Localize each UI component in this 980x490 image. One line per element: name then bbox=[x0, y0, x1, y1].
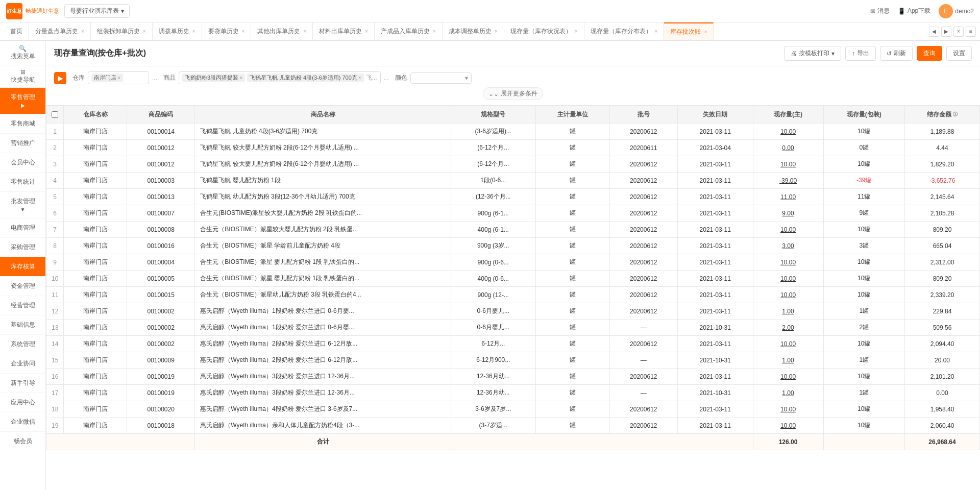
row-qty-pkg: 10罐 bbox=[823, 287, 904, 303]
sidebar-item-ecommerce[interactable]: 电商管理 bbox=[0, 218, 45, 238]
sidebar-item-retail-mall[interactable]: 零售商城 bbox=[0, 114, 45, 134]
sidebar-item-marketing[interactable]: 营销推广 bbox=[0, 134, 45, 153]
sidebar-item-basic[interactable]: 基础信息 bbox=[0, 315, 45, 335]
product-tag-1-remove[interactable]: × bbox=[358, 75, 361, 81]
tab-transfer-close[interactable]: × bbox=[192, 29, 195, 34]
tab-disassemble-close[interactable]: × bbox=[143, 29, 146, 34]
tab-home[interactable]: 首页 bbox=[4, 22, 29, 41]
expand-button[interactable]: ⌄⌄ 展开更多条件 bbox=[483, 87, 543, 100]
tab-requisition-close[interactable]: × bbox=[242, 29, 245, 34]
row-qty[interactable]: 9.00 bbox=[753, 205, 823, 222]
row-unit: 罐 bbox=[535, 173, 609, 189]
tab-partial-inventory[interactable]: 分量盘点单历史 × bbox=[29, 22, 91, 41]
product-filter-more[interactable]: 飞... bbox=[366, 74, 377, 82]
sidebar-item-inventory[interactable]: 库存核算 bbox=[0, 257, 45, 277]
tab-material-out-close[interactable]: × bbox=[365, 29, 368, 34]
tab-stock-status[interactable]: 现存量（库存状况表） × bbox=[504, 22, 584, 41]
tab-partial-inventory-close[interactable]: × bbox=[81, 29, 84, 34]
workspace-selector[interactable]: 母婴行业演示库表 ▾ bbox=[64, 4, 130, 18]
user-menu[interactable]: E demo2 bbox=[939, 4, 974, 18]
row-qty[interactable]: 10.00 bbox=[753, 287, 823, 303]
row-qty[interactable]: 10.00 bbox=[753, 271, 823, 287]
warehouse-filter-input[interactable]: 南岸门店 × bbox=[88, 71, 149, 84]
product-filter-input[interactable]: 飞鹤奶粉3段丙搭提装 × 飞鹤星飞帆 儿童奶粉 4段(3-6岁适用) 700克 … bbox=[179, 71, 381, 84]
tab-material-out[interactable]: 材料出库单历史 × bbox=[313, 22, 375, 41]
row-qty[interactable]: -39.00 bbox=[753, 173, 823, 189]
amount-info-icon[interactable]: ① bbox=[952, 111, 958, 118]
search-icon: 🔍 bbox=[3, 45, 42, 52]
tab-disassemble[interactable]: 组装拆卸单历史 × bbox=[91, 22, 153, 41]
tab-batch-adjust-close[interactable]: × bbox=[704, 29, 707, 35]
row-batch: 20200612 bbox=[609, 124, 677, 140]
total-label: 合计 bbox=[195, 434, 451, 450]
sidebar-item-new-guide[interactable]: 新手引导 bbox=[0, 374, 45, 393]
tab-product-in[interactable]: 产成品入库单历史 × bbox=[375, 22, 443, 41]
tab-other-out-close[interactable]: × bbox=[303, 29, 306, 34]
sidebar-item-system[interactable]: 系统管理 bbox=[0, 335, 45, 354]
sidebar-item-app-center[interactable]: 应用中心 bbox=[0, 393, 45, 412]
sidebar-item-enterprise-wechat[interactable]: 企业微信 bbox=[0, 412, 45, 432]
table-row: 2 南岸门店 00100012 飞鹤星飞帆 较大婴儿配方奶粉 2段(6-12个月… bbox=[46, 140, 980, 156]
row-qty[interactable]: 3.00 bbox=[753, 238, 823, 254]
sidebar-item-member[interactable]: 会员中心 bbox=[0, 153, 45, 173]
color-filter-dropdown[interactable]: ▾ bbox=[410, 72, 472, 84]
row-qty[interactable]: 10.00 bbox=[753, 336, 823, 352]
row-name: 惠氏启醇（Wyeth illuma）2段奶粉 爱尔兰进口 6-12月敌... bbox=[195, 352, 451, 369]
tab-transfer[interactable]: 调拨单历史 × bbox=[153, 22, 202, 41]
sidebar-search[interactable]: 🔍 搜索英单 bbox=[0, 41, 45, 65]
filter-expand-arrow[interactable]: ▶ bbox=[54, 72, 66, 84]
row-qty[interactable]: 10.00 bbox=[753, 254, 823, 271]
tab-cost-adjust[interactable]: 成本调整单历史 × bbox=[443, 22, 504, 41]
tab-nav-menu[interactable]: ≡ bbox=[966, 27, 976, 37]
row-qty[interactable]: 10.00 bbox=[753, 401, 823, 418]
product-tag-0-remove[interactable]: × bbox=[239, 75, 242, 81]
row-qty[interactable]: 10.00 bbox=[753, 156, 823, 173]
warehouse-tag-remove[interactable]: × bbox=[117, 75, 120, 81]
select-all-checkbox[interactable] bbox=[52, 111, 58, 118]
app-download-button[interactable]: 📱 App下载 bbox=[898, 7, 930, 15]
sidebar-item-operations[interactable]: 经营管理 bbox=[0, 296, 45, 315]
sidebar-item-wholesale[interactable]: 批发管理 ▼ bbox=[0, 192, 45, 218]
row-qty[interactable]: 1.00 bbox=[753, 352, 823, 369]
tab-nav-right[interactable]: ▶ bbox=[941, 27, 951, 37]
refresh-button[interactable]: ↺ 刷新 bbox=[880, 46, 913, 61]
print-button[interactable]: 🖨 按模板打印 ▾ bbox=[784, 46, 841, 61]
query-button[interactable]: 查询 bbox=[917, 46, 942, 61]
tab-cost-adjust-close[interactable]: × bbox=[495, 29, 498, 34]
sidebar-item-finance[interactable]: 资金管理 bbox=[0, 277, 45, 296]
warehouse-filter-more[interactable]: ... bbox=[152, 75, 157, 82]
product-filter-ellipsis[interactable]: ... bbox=[384, 75, 389, 82]
tab-batch-adjust[interactable]: 库存批次账 × bbox=[664, 22, 714, 41]
tab-product-in-close[interactable]: × bbox=[433, 29, 436, 34]
sidebar-item-retail-stats[interactable]: 零售统计 bbox=[0, 173, 45, 192]
row-qty[interactable]: 1.00 bbox=[753, 303, 823, 320]
row-qty[interactable]: 11.00 bbox=[753, 189, 823, 205]
export-button[interactable]: ↑ 导出 bbox=[845, 46, 876, 61]
sidebar-item-purchase[interactable]: 采购管理 bbox=[0, 238, 45, 257]
row-spec: 0-6月婴儿... bbox=[451, 320, 535, 336]
tab-nav-left[interactable]: ◀ bbox=[929, 27, 939, 37]
sidebar-quick-nav[interactable]: ⊞ 快捷导航 bbox=[0, 65, 45, 88]
row-qty[interactable]: 2.00 bbox=[753, 320, 823, 336]
row-qty[interactable]: 10.00 bbox=[753, 369, 823, 385]
row-warehouse: 南岸门店 bbox=[64, 189, 127, 205]
tab-other-out[interactable]: 其他出库单历史 × bbox=[251, 22, 313, 41]
row-qty[interactable]: 10.00 bbox=[753, 222, 823, 238]
row-qty[interactable]: 10.00 bbox=[753, 124, 823, 140]
row-qty[interactable]: 0.00 bbox=[753, 140, 823, 156]
sidebar-item-enterprise[interactable]: 企业协同 bbox=[0, 354, 45, 374]
tab-stock-status-close[interactable]: × bbox=[575, 29, 578, 34]
tab-nav-close[interactable]: × bbox=[953, 27, 964, 37]
sidebar-item-retail-mgmt[interactable]: 零售管理 ▶ bbox=[0, 88, 45, 114]
sidebar-item-vip[interactable]: 畅会员 bbox=[0, 432, 45, 451]
tab-stock-dist-close[interactable]: × bbox=[655, 29, 658, 34]
tab-stock-dist[interactable]: 现存量（库存分布表） × bbox=[584, 22, 665, 41]
row-qty-pkg: 1罐 bbox=[823, 385, 904, 401]
row-qty[interactable]: 10.00 bbox=[753, 418, 823, 434]
tab-requisition[interactable]: 要货单历史 × bbox=[202, 22, 252, 41]
row-name: 合生元（BIOSTIME）派星幼儿配方奶粉 3段 乳铁蛋白的4... bbox=[195, 287, 451, 303]
row-batch: 20200612 bbox=[609, 369, 677, 385]
settings-button[interactable]: 设置 bbox=[946, 46, 972, 61]
row-qty[interactable]: 1.00 bbox=[753, 385, 823, 401]
messages-button[interactable]: ✉ 消息 bbox=[870, 7, 890, 15]
